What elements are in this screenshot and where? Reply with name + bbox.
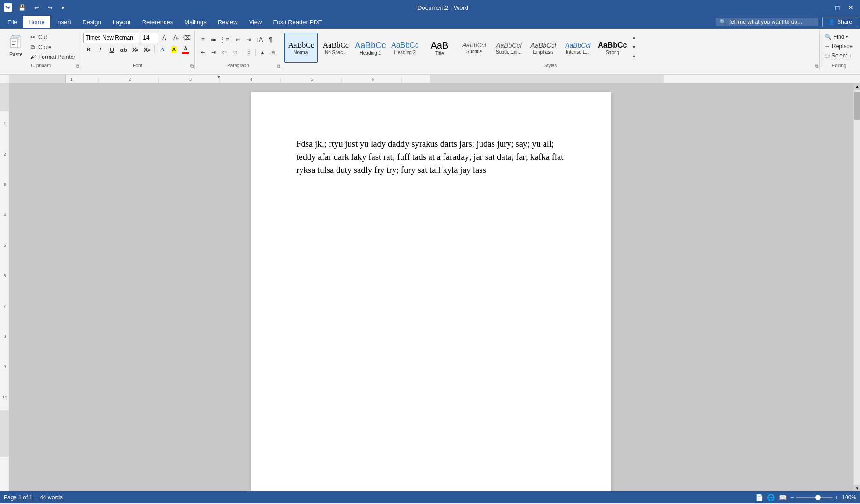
replace-label: Replace xyxy=(832,43,853,50)
style-h1-item[interactable]: AaBbCc Heading 1 xyxy=(353,33,387,63)
menu-foxit[interactable]: Foxit Reader PDF xyxy=(267,16,327,28)
customize-qat-button[interactable]: ▾ xyxy=(59,3,67,12)
restore-button[interactable]: ◻ xyxy=(832,2,843,13)
paragraph-expander[interactable]: ⧉ xyxy=(277,64,280,69)
style-title-item[interactable]: AaB Title xyxy=(423,33,456,63)
style-subtitle-item[interactable]: AaBbCcl Subtitle xyxy=(457,33,491,63)
zoom-in-button[interactable]: + xyxy=(835,494,838,501)
redo-qat-button[interactable]: ↪ xyxy=(45,3,55,12)
select-button[interactable]: ⬚ Select ↓ xyxy=(823,51,855,60)
content-paragraph: Fdsa jkl; rtyu just yu lady daddy syraku… xyxy=(296,137,566,177)
decrease-indent-button[interactable]: ⇤ xyxy=(233,35,243,45)
menu-home[interactable]: Home xyxy=(23,16,50,28)
align-center-button[interactable]: ⇥ xyxy=(208,47,219,57)
svg-text:2: 2 xyxy=(129,77,131,82)
style-intense-em-preview: AaBbCcl xyxy=(565,42,590,49)
menu-layout[interactable]: Layout xyxy=(107,16,136,28)
style-no-spacing-label: No Spac... xyxy=(325,50,347,55)
document-content[interactable]: Fdsa jkl; rtyu just yu lady daddy syraku… xyxy=(296,137,566,197)
menu-review[interactable]: Review xyxy=(212,16,244,28)
zoom-slider[interactable] xyxy=(796,497,833,498)
view-print-icon[interactable]: 📄 xyxy=(755,494,763,501)
svg-rect-2 xyxy=(13,35,19,38)
copy-button[interactable]: ⧉ Copy xyxy=(27,43,77,52)
menu-file[interactable]: File xyxy=(2,16,23,28)
find-button[interactable]: 🔍 Find ▾ xyxy=(823,33,855,41)
font-row1: Times New Roman 14 A+ A- ⌫ xyxy=(83,33,192,43)
style-strong-item[interactable]: AaBbCc Strong xyxy=(595,33,629,63)
font-size-input[interactable]: 14 xyxy=(141,33,158,43)
scrollbar-down-button[interactable]: ▼ xyxy=(854,485,860,491)
share-button[interactable]: 👤 Share xyxy=(822,17,858,27)
borders-button[interactable]: ⊞ xyxy=(268,47,278,57)
text-highlight-button[interactable]: A xyxy=(169,44,179,55)
content-area[interactable]: Fdsa jkl; rtyu just yu lady daddy syraku… xyxy=(9,83,853,491)
svg-text:2: 2 xyxy=(3,152,6,156)
menu-references[interactable]: References xyxy=(136,16,179,28)
clear-formatting-button[interactable]: ⌫ xyxy=(181,33,192,43)
font-color-button[interactable]: A xyxy=(180,44,191,55)
justify-button[interactable]: ⇨ xyxy=(230,47,240,57)
subscript-button[interactable]: X2 xyxy=(130,44,140,55)
superscript-button[interactable]: X2 xyxy=(142,44,152,55)
scrollbar-track[interactable] xyxy=(854,90,860,485)
save-qat-button[interactable]: 💾 xyxy=(16,3,28,12)
format-painter-button[interactable]: 🖌 Format Painter xyxy=(27,52,77,62)
styles-more[interactable]: ▾ xyxy=(630,51,638,61)
svg-rect-7 xyxy=(12,41,16,42)
style-no-spacing-item[interactable]: AaBbCc No Spac... xyxy=(319,33,352,63)
cut-button[interactable]: ✂ Cut xyxy=(27,33,77,42)
underline-button[interactable]: U xyxy=(107,44,117,55)
styles-scroll-up[interactable]: ▲ xyxy=(630,33,638,42)
scrollbar-up-button[interactable]: ▲ xyxy=(854,83,860,90)
styles-expander[interactable]: ⧉ xyxy=(815,64,818,69)
clipboard-expander[interactable]: ⧉ xyxy=(76,64,79,69)
search-bar[interactable]: 🔍 Tell me what you want to do... xyxy=(716,18,818,26)
font-name-input[interactable]: Times New Roman xyxy=(83,33,139,43)
line-spacing-button[interactable]: ↕ xyxy=(244,47,254,57)
style-intense-em-item[interactable]: AaBbCcl Intense E... xyxy=(561,33,595,63)
styles-gallery-container: AaBbCc Normal AaBbCc No Spac... AaBbCc H… xyxy=(284,31,638,63)
close-button[interactable]: ✕ xyxy=(845,2,856,13)
svg-text:3: 3 xyxy=(3,182,6,187)
menu-mailings[interactable]: Mailings xyxy=(179,16,212,28)
font-expander[interactable]: ⧉ xyxy=(190,64,194,69)
show-formatting-button[interactable]: ¶ xyxy=(265,35,275,45)
ruler-area: // This will be rendered statically 1 2 … xyxy=(0,75,860,83)
paste-button[interactable]: Paste xyxy=(5,32,27,59)
style-subtle-em-item[interactable]: AaBbCcl Subtle Em... xyxy=(492,33,525,63)
shading-button[interactable]: ▲ xyxy=(257,47,267,57)
font-size-increase-button[interactable]: A+ xyxy=(160,33,170,43)
italic-button[interactable]: I xyxy=(95,44,105,55)
align-left-button[interactable]: ⇤ xyxy=(198,47,208,57)
menu-design[interactable]: Design xyxy=(77,16,107,28)
ruler-corner xyxy=(0,75,9,83)
search-icon: 🔍 xyxy=(719,19,726,25)
undo-qat-button[interactable]: ↩ xyxy=(32,3,42,12)
font-group-inner: Times New Roman 14 A+ A- ⌫ B I U ab xyxy=(83,31,192,55)
font-separator1 xyxy=(154,46,155,53)
view-read-icon[interactable]: 📖 xyxy=(779,494,787,501)
bullet-list-button[interactable]: ≡ xyxy=(198,35,208,45)
minimize-button[interactable]: – xyxy=(819,2,830,13)
sort-button[interactable]: ↕A xyxy=(254,35,265,45)
view-web-icon[interactable]: 🌐 xyxy=(767,494,775,501)
menu-view[interactable]: View xyxy=(243,16,267,28)
style-normal-item[interactable]: AaBbCc Normal xyxy=(284,33,318,63)
styles-scroll-down[interactable]: ▼ xyxy=(630,42,638,51)
style-h2-item[interactable]: AaBbCc Heading 2 xyxy=(388,33,422,63)
multilevel-list-button[interactable]: ⋮≡ xyxy=(219,35,229,45)
align-right-button[interactable]: ⇦ xyxy=(219,47,229,57)
increase-indent-button[interactable]: ⇥ xyxy=(244,35,254,45)
bold-button[interactable]: B xyxy=(83,44,93,55)
copy-label: Copy xyxy=(38,44,51,50)
numbered-list-button[interactable]: ≔ xyxy=(208,35,219,45)
strikethrough-button[interactable]: ab xyxy=(118,44,129,55)
text-effects-button[interactable]: A xyxy=(157,44,167,55)
font-size-decrease-button[interactable]: A- xyxy=(171,33,181,43)
menu-insert[interactable]: Insert xyxy=(50,16,77,28)
replace-button[interactable]: ↔ Replace xyxy=(823,42,855,50)
zoom-out-button[interactable]: − xyxy=(790,494,794,501)
style-emphasis-item[interactable]: AaBbCcl Emphasis xyxy=(526,33,560,63)
scrollbar-thumb[interactable] xyxy=(854,92,860,120)
